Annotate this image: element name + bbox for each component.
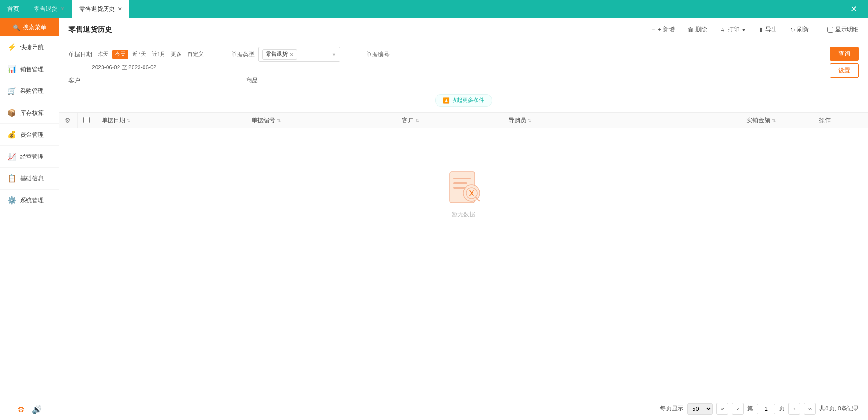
sidebar-item-finance[interactable]: 💰 资金管理 [0, 124, 59, 146]
th-customer: 客户 ⇅ [396, 113, 503, 128]
th-amount-sort-icon[interactable]: ⇅ [772, 118, 776, 123]
print-chevron-icon: ▼ [741, 27, 746, 32]
date-shortcut-7days[interactable]: 近7天 [130, 50, 148, 59]
top-bar: 首页 零售退货 ✕ 零售退货历史 ✕ ✕ [0, 0, 868, 18]
sidebar-item-operations[interactable]: 📈 经营管理 [0, 146, 59, 168]
retail-return-history-tab-label: 零售退货历史 [79, 5, 115, 13]
th-customer-label: 客户 [402, 117, 414, 123]
new-label: + 新增 [658, 26, 675, 34]
last-page-button[interactable]: » [804, 403, 816, 415]
empty-state: 暂无数据 [59, 128, 868, 255]
svg-rect-1 [453, 178, 471, 179]
sidebar-bottom: ⚙ 🔊 [0, 399, 59, 420]
th-guide-sort-icon[interactable]: ⇅ [528, 118, 531, 123]
display-toggle[interactable]: 显示明细 [827, 26, 859, 34]
page-number-input[interactable] [757, 404, 775, 414]
empty-text: 暂无数据 [452, 210, 475, 219]
filter-date-label: 单据日期 [68, 51, 92, 59]
refresh-icon: ↻ [790, 26, 795, 33]
th-guide-label: 导购员 [508, 117, 526, 123]
svg-rect-2 [453, 182, 467, 184]
sidebar-search-label: 搜索菜单 [23, 23, 46, 31]
settings-button[interactable]: 设置 [830, 63, 859, 78]
tab-home[interactable]: 首页 [0, 0, 26, 18]
new-button[interactable]: ＋ + 新增 [647, 24, 678, 36]
sidebar-item-inventory-label: 库存核算 [20, 109, 44, 117]
th-amount: 实销金额 ⇅ [631, 113, 781, 128]
date-shortcut-today[interactable]: 今天 [112, 50, 128, 59]
doctype-tag-text: 零售退货 [266, 51, 288, 58]
print-button[interactable]: 🖨 打印 ▼ [716, 24, 750, 36]
filter-doctype-item: 单据类型 零售退货 ✕ ▼ [231, 47, 340, 62]
query-button[interactable]: 查询 [830, 47, 859, 61]
table-body: 暂无数据 [59, 128, 868, 256]
th-date-sort-icon[interactable]: ⇅ [127, 118, 130, 123]
filter-docnumber-input[interactable] [393, 49, 484, 60]
filter-doctype-select[interactable]: 零售退货 ✕ ▼ [258, 47, 340, 62]
th-date-label: 单据日期 [102, 117, 125, 123]
sidebar-item-inventory[interactable]: 📦 库存核算 [0, 102, 59, 124]
new-icon: ＋ [650, 26, 656, 34]
sidebar-item-quick-nav[interactable]: ⚡ 快捷导航 [0, 36, 59, 58]
date-shortcut-1month[interactable]: 近1月 [150, 50, 168, 59]
filter-section: 单据日期 昨天 今天 近7天 近1月 更多 自定义 [68, 47, 859, 91]
doctype-tag-remove[interactable]: ✕ [289, 51, 294, 58]
display-toggle-checkbox[interactable] [827, 27, 833, 33]
date-shortcut-yesterday[interactable]: 昨天 [96, 50, 110, 59]
retail-return-tab-label: 零售退货 [34, 5, 57, 13]
th-date: 单据日期 ⇅ [96, 113, 246, 128]
collapse-button[interactable]: 🔼 收起更多条件 [435, 94, 492, 107]
tab-bar: 首页 零售退货 ✕ 零售退货历史 ✕ [0, 0, 847, 18]
filter-goods-input[interactable] [262, 75, 398, 86]
th-number-label: 单据编号 [252, 117, 275, 123]
system-icon: ⚙️ [7, 196, 16, 205]
sidebar-item-basic-info[interactable]: 📋 基础信息 [0, 168, 59, 190]
date-shortcut-more[interactable]: 更多 [169, 50, 184, 59]
retail-return-history-tab-close[interactable]: ✕ [118, 6, 122, 12]
sidebar-search[interactable]: 🔍 搜索菜单 [0, 18, 59, 36]
delete-button[interactable]: 🗑 删除 [684, 24, 711, 36]
window-close-button[interactable]: ✕ [847, 4, 861, 14]
table-area: ⚙ 单据日期 ⇅ 单据编号 ⇅ [59, 113, 868, 397]
sidebar-item-finance-label: 资金管理 [20, 131, 44, 139]
sidebar-item-system[interactable]: ⚙️ 系统管理 [0, 190, 59, 211]
toolbar-divider [820, 26, 820, 34]
table-header: ⚙ 单据日期 ⇅ 单据编号 ⇅ [59, 113, 868, 128]
select-all-checkbox[interactable] [83, 117, 90, 123]
tab-retail-return[interactable]: 零售退货 ✕ [26, 0, 72, 18]
print-label: 打印 [728, 26, 740, 34]
filter-customer-item: 客户 [68, 75, 221, 86]
export-button[interactable]: ⬆ 导出 [755, 24, 781, 36]
export-icon: ⬆ [759, 26, 764, 33]
th-settings: ⚙ [59, 113, 77, 128]
th-action: 操作 [781, 113, 868, 128]
print-icon: 🖨 [720, 26, 726, 33]
search-icon: 🔍 [13, 24, 20, 31]
tab-retail-return-history[interactable]: 零售退货历史 ✕ [72, 0, 129, 18]
audio-bottom-icon[interactable]: 🔊 [32, 405, 42, 415]
filter-goods-label: 商品 [246, 77, 258, 85]
next-page-button[interactable]: › [788, 403, 800, 415]
query-buttons: 查询 设置 [830, 47, 859, 78]
prev-page-button[interactable]: ‹ [732, 403, 744, 415]
sidebar-item-purchase-mgmt[interactable]: 🛒 采购管理 [0, 80, 59, 102]
sidebar-item-system-label: 系统管理 [20, 196, 44, 205]
sidebar-item-sales-mgmt[interactable]: 📊 销售管理 [0, 58, 59, 80]
empty-row: 暂无数据 [59, 128, 868, 256]
filter-goods-item: 商品 [246, 75, 398, 86]
refresh-button[interactable]: ↻ 刷新 [786, 24, 812, 36]
retail-return-tab-close[interactable]: ✕ [60, 6, 65, 12]
filter-customer-input[interactable] [84, 75, 221, 86]
th-number-sort-icon[interactable]: ⇅ [277, 118, 281, 123]
th-customer-sort-icon[interactable]: ⇅ [416, 118, 419, 123]
basic-info-icon: 📋 [7, 174, 16, 183]
date-shortcut-custom[interactable]: 自定义 [185, 50, 205, 59]
filter-docnumber-item: 单据编号 [366, 49, 484, 60]
delete-icon: 🗑 [688, 26, 693, 33]
first-page-button[interactable]: « [716, 403, 728, 415]
per-page-select[interactable]: 20 50 100 [687, 403, 713, 415]
table-settings-icon[interactable]: ⚙ [65, 117, 71, 124]
collapse-up-icon: 🔼 [443, 97, 450, 104]
settings-bottom-icon[interactable]: ⚙ [17, 405, 25, 415]
sidebar-item-quick-nav-label: 快捷导航 [20, 43, 44, 51]
